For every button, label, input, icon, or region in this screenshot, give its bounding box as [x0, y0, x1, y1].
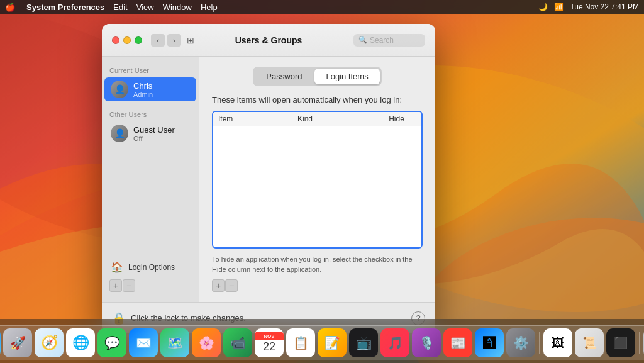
dock-app-maps[interactable]: 🗺️	[160, 328, 189, 357]
user-name-chris: Chris	[133, 81, 190, 91]
description-text: These items will open automatically when…	[212, 95, 423, 104]
tabs: Password Login Items	[253, 67, 381, 86]
dock-app-notes[interactable]: 📝	[318, 328, 347, 357]
current-user-label: Current User	[102, 64, 199, 77]
search-icon: 🔍	[358, 36, 367, 44]
avatar-chris: 👤	[111, 81, 128, 98]
avatar-guest: 👤	[111, 125, 128, 142]
forward-button[interactable]: ›	[167, 34, 181, 47]
dock-app-facetime[interactable]: 📹	[223, 328, 252, 357]
login-options-icon: 🏠	[111, 261, 123, 273]
dock-divider-2	[639, 332, 640, 354]
minimize-button[interactable]	[123, 36, 131, 44]
add-user-button[interactable]: +	[109, 279, 122, 292]
search-box[interactable]: 🔍	[353, 34, 425, 47]
menubar-time: Tue Nov 22 7:41 PM	[570, 3, 639, 11]
dock-app-calendar[interactable]: NOV 22	[255, 328, 284, 357]
add-item-button[interactable]: +	[212, 279, 225, 292]
dock-app-terminal[interactable]: ⬛	[606, 328, 635, 357]
hint-text: To hide an application when you log in, …	[212, 255, 423, 274]
user-info-guest: Guest User Off	[133, 125, 190, 142]
menu-view[interactable]: View	[136, 3, 154, 12]
back-button[interactable]: ‹	[151, 34, 165, 47]
login-items-table: Item Kind Hide	[212, 111, 423, 249]
dock-app-mail[interactable]: ✉️	[129, 328, 158, 357]
sidebar-user-guest[interactable]: 👤 Guest User Off	[104, 121, 196, 145]
column-hide: Hide	[377, 114, 416, 123]
other-users-label: Other Users	[102, 108, 199, 121]
dock-inner: ☺ 🚀 🧭 🌐 💬 ✉️ 🗺️ 🌸 📹 NOV 22	[0, 325, 644, 360]
maximize-button[interactable]	[135, 36, 142, 44]
dock-app-sysprefs[interactable]: ⚙️	[506, 328, 535, 357]
user-role-guest: Off	[133, 135, 190, 142]
tab-password[interactable]: Password	[255, 69, 313, 84]
dock-app-podcasts[interactable]: 🎙️	[412, 328, 441, 357]
user-name-guest: Guest User	[133, 125, 190, 135]
login-options-label: Login Options	[128, 263, 175, 272]
column-kind: Kind	[297, 114, 377, 123]
users-groups-window: ‹ › ⊞ Users & Groups 🔍 Current User 👤 Ch…	[102, 24, 435, 333]
list-controls: + −	[212, 279, 423, 292]
dock-app-photos[interactable]: 🌸	[192, 328, 221, 357]
sidebar-flex: Current User 👤 Chris Admin Other Users 👤	[102, 64, 199, 294]
dock-app-preview[interactable]: 🖼	[543, 328, 572, 357]
dock-app-reminders[interactable]: 📋	[286, 328, 315, 357]
window-content: Current User 👤 Chris Admin Other Users 👤	[102, 57, 435, 302]
main-panel: Password Login Items These items will op…	[199, 57, 435, 302]
dock-app-news[interactable]: 📰	[443, 328, 472, 357]
user-info-chris: Chris Admin	[133, 81, 190, 98]
sidebar-controls: + −	[102, 277, 199, 294]
dock-app-finder[interactable]: ☺	[0, 328, 1, 357]
menubar: 🍎 System Preferences Edit View Window He…	[0, 0, 644, 14]
titlebar: ‹ › ⊞ Users & Groups 🔍	[102, 24, 435, 57]
dock-app-music[interactable]: 🎵	[380, 328, 409, 357]
menu-help[interactable]: Help	[201, 3, 218, 12]
login-options-button[interactable]: 🏠 Login Options	[104, 258, 196, 276]
search-input[interactable]	[370, 36, 420, 45]
nav-buttons: ‹ ›	[151, 34, 181, 47]
close-button[interactable]	[112, 36, 119, 44]
sidebar-user-chris[interactable]: 👤 Chris Admin	[104, 77, 196, 101]
grid-button[interactable]: ⊞	[184, 34, 197, 47]
tab-login-items[interactable]: Login Items	[314, 69, 379, 84]
dock: ☺ 🚀 🧭 🌐 💬 ✉️ 🗺️ 🌸 📹 NOV 22	[0, 319, 644, 363]
dock-app-appstore[interactable]: 🅰	[475, 328, 504, 357]
column-item: Item	[218, 114, 297, 123]
dock-divider	[539, 332, 540, 354]
window-title: Users & Groups	[235, 35, 303, 45]
remove-user-button[interactable]: −	[123, 279, 135, 292]
other-users-section: Other Users 👤 Guest User Off	[102, 108, 199, 146]
dock-app-appletv[interactable]: 📺	[349, 328, 378, 357]
current-user-section: Current User 👤 Chris Admin	[102, 64, 199, 102]
list-header: Item Kind Hide	[213, 112, 421, 126]
menubar-left: 🍎 System Preferences Edit View Window He…	[5, 3, 218, 12]
menubar-moon-icon: 🌙	[538, 3, 548, 11]
menu-system-preferences[interactable]: System Preferences	[26, 3, 104, 12]
sidebar-spacer	[102, 146, 199, 257]
dock-app-safari[interactable]: 🧭	[35, 328, 64, 357]
menubar-wifi-icon[interactable]: 📶	[554, 3, 564, 11]
remove-item-button[interactable]: −	[225, 279, 238, 292]
sidebar: Current User 👤 Chris Admin Other Users 👤	[102, 57, 199, 302]
dock-app-launchpad[interactable]: 🚀	[3, 328, 32, 357]
dock-app-scripteditor[interactable]: 📜	[575, 328, 604, 357]
menubar-right: 🌙 📶 Tue Nov 22 7:41 PM	[538, 3, 639, 11]
menu-window[interactable]: Window	[163, 3, 192, 12]
traffic-lights	[112, 36, 142, 44]
sidebar-bottom-section: 🏠 Login Options + −	[102, 257, 199, 294]
dock-app-chrome[interactable]: 🌐	[66, 328, 95, 357]
dock-app-messages[interactable]: 💬	[97, 328, 126, 357]
user-role-chris: Admin	[133, 91, 190, 98]
apple-menu[interactable]: 🍎	[5, 3, 15, 12]
menu-edit[interactable]: Edit	[113, 3, 127, 12]
list-body[interactable]	[213, 126, 421, 245]
